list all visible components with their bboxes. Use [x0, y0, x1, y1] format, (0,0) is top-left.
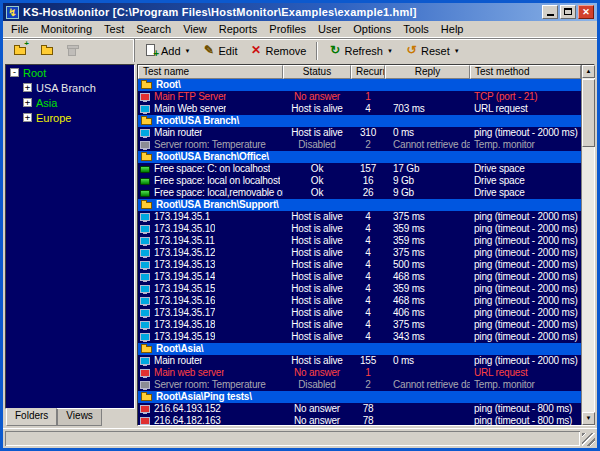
test-row[interactable]: Free space: C: on localhostOk15717 GbDri… — [138, 163, 581, 175]
test-name: Main router — [154, 355, 202, 367]
test-name-cell: Main FTP Server — [138, 91, 283, 103]
test-row[interactable]: Free space: local,removable on loc...Ok2… — [138, 187, 581, 199]
test-recurrences: 4 — [351, 259, 385, 271]
close-button[interactable]: ✕ — [578, 5, 594, 19]
test-method: Drive space — [470, 187, 581, 199]
test-recurrences: 4 — [351, 307, 385, 319]
tree-item-root[interactable]: -Root — [6, 65, 134, 80]
delete-folder-button[interactable] — [62, 41, 82, 61]
expand-icon[interactable]: + — [23, 113, 32, 122]
edit-button[interactable]: ✎Edit — [197, 41, 244, 61]
vertical-scrollbar[interactable]: ▲ ▼ — [581, 65, 594, 425]
test-row[interactable]: Main routerHost is alive1550 msping (tim… — [138, 355, 581, 367]
panel-tabs: FoldersViews — [5, 409, 135, 426]
column-header-reply[interactable]: Reply — [385, 65, 470, 79]
menu-search[interactable]: Search — [130, 22, 177, 36]
resize-grip[interactable] — [582, 433, 595, 446]
test-row[interactable]: Main web serverNo answer1URL request — [138, 367, 581, 379]
test-name: 173.194.35.16 — [154, 295, 215, 307]
test-row[interactable]: Server room: TemperatureDisabled2Cannot … — [138, 139, 581, 151]
tab-folders[interactable]: Folders — [6, 408, 57, 426]
test-row[interactable]: 173.194.35.1Host is alive4375 msping (ti… — [138, 211, 581, 223]
minimize-button[interactable] — [542, 5, 558, 19]
tree-item-usa-branch[interactable]: +USA Branch — [6, 80, 134, 95]
test-row[interactable]: 173.194.35.16Host is alive4468 msping (t… — [138, 295, 581, 307]
menu-tools[interactable]: Tools — [397, 22, 435, 36]
remove-button[interactable]: ✕Remove — [244, 41, 313, 61]
dropdown-arrow-icon[interactable]: ▼ — [454, 48, 460, 54]
collapse-icon[interactable]: - — [10, 68, 19, 77]
test-row[interactable]: 173.194.35.18Host is alive4375 msping (t… — [138, 319, 581, 331]
column-header-test-method[interactable]: Test method — [470, 65, 581, 79]
add-button[interactable]: +Add▼ — [139, 41, 197, 61]
menu-monitoring[interactable]: Monitoring — [35, 22, 98, 36]
test-name: 216.64.193.152 — [154, 403, 221, 415]
column-header-test-name[interactable]: Test name — [138, 65, 283, 79]
group-row[interactable]: Root\Asia\ — [138, 343, 581, 355]
menu-file[interactable]: File — [5, 22, 35, 36]
scroll-up-button[interactable]: ▲ — [582, 65, 595, 78]
test-row[interactable]: 216.64.193.152No answer78ping (timeout -… — [138, 403, 581, 415]
dropdown-arrow-icon[interactable]: ▼ — [387, 48, 393, 54]
host-red-icon — [140, 405, 150, 413]
test-row[interactable]: 173.194.35.19Host is alive4343 msping (t… — [138, 331, 581, 343]
test-row[interactable]: Server room: TemperatureDisabled2Cannot … — [138, 379, 581, 391]
refresh-icon: ↻ — [328, 44, 341, 57]
test-row[interactable]: 173.194.35.15Host is alive4359 msping (t… — [138, 283, 581, 295]
column-header-recurre[interactable]: Recurre... — [351, 65, 385, 79]
menu-view[interactable]: View — [177, 22, 213, 36]
test-recurrences: 78 — [351, 403, 385, 415]
folder-tree: -Root+USA Branch+Asia+Europe — [5, 64, 135, 409]
menu-help[interactable]: Help — [435, 22, 470, 36]
expand-icon[interactable]: + — [23, 83, 32, 92]
scroll-down-button[interactable]: ▼ — [582, 412, 595, 425]
app-icon: ↯ — [6, 6, 19, 19]
tab-views[interactable]: Views — [57, 409, 102, 426]
test-name: Main Web server — [154, 103, 226, 115]
test-recurrences: 4 — [351, 331, 385, 343]
refresh-button[interactable]: ↻Refresh▼ — [322, 41, 398, 61]
test-row[interactable]: 173.194.35.13Host is alive4500 msping (t… — [138, 259, 581, 271]
reset-button[interactable]: ↺Reset▼ — [399, 41, 466, 61]
test-row[interactable]: 216.64.182.163No answer78ping (timeout -… — [138, 415, 581, 425]
group-row[interactable]: Root\USA Branch\Support\ — [138, 199, 581, 211]
tree-item-asia[interactable]: +Asia — [6, 95, 134, 110]
expand-icon[interactable]: + — [23, 98, 32, 107]
test-name: 173.194.35.14 — [154, 271, 215, 283]
group-row[interactable]: Root\ — [138, 79, 581, 91]
menu-test[interactable]: Test — [98, 22, 130, 36]
maximize-button[interactable] — [560, 5, 576, 19]
group-row[interactable]: Root\USA Branch\ — [138, 115, 581, 127]
tree-item-europe[interactable]: +Europe — [6, 110, 134, 125]
menu-reports[interactable]: Reports — [213, 22, 264, 36]
test-row[interactable]: 173.194.35.17Host is alive4406 msping (t… — [138, 307, 581, 319]
group-row[interactable]: Root\USA Branch\Office\ — [138, 151, 581, 163]
test-status: No answer — [283, 91, 351, 103]
refresh-button-label: Refresh — [344, 45, 383, 57]
folder-icon — [141, 154, 152, 161]
test-row[interactable]: 173.194.35.11Host is alive4359 msping (t… — [138, 235, 581, 247]
test-reply: 359 ms — [385, 235, 470, 247]
dropdown-arrow-icon[interactable]: ▼ — [185, 48, 191, 54]
test-row[interactable]: 173.194.35.12Host is alive4375 msping (t… — [138, 247, 581, 259]
test-row[interactable]: Main FTP ServerNo answer1TCP (port - 21) — [138, 91, 581, 103]
tree-item-label: Asia — [36, 97, 57, 109]
test-row[interactable]: Free space: local on localhostOk169 GbDr… — [138, 175, 581, 187]
copy-folder-button[interactable] — [35, 41, 59, 61]
scrollbar-thumb[interactable] — [582, 79, 595, 147]
test-recurrences: 310 — [351, 127, 385, 139]
menu-profiles[interactable]: Profiles — [263, 22, 312, 36]
test-row[interactable]: Main routerHost is alive3100 msping (tim… — [138, 127, 581, 139]
folder-icon — [141, 394, 152, 401]
column-header-status[interactable]: Status — [283, 65, 351, 79]
test-method: ping (timeout - 2000 ms) — [470, 271, 581, 283]
test-row[interactable]: 173.194.35.14Host is alive4468 msping (t… — [138, 271, 581, 283]
group-row[interactable]: Root\Asia\Ping tests\ — [138, 391, 581, 403]
new-folder-button[interactable]: + — [8, 41, 32, 61]
edit-button-label: Edit — [219, 45, 238, 57]
host-icon — [140, 213, 150, 221]
menu-options[interactable]: Options — [347, 22, 397, 36]
test-row[interactable]: Main Web serverHost is alive4703 msURL r… — [138, 103, 581, 115]
menu-user[interactable]: User — [312, 22, 347, 36]
test-row[interactable]: 173.194.35.10Host is alive4359 msping (t… — [138, 223, 581, 235]
